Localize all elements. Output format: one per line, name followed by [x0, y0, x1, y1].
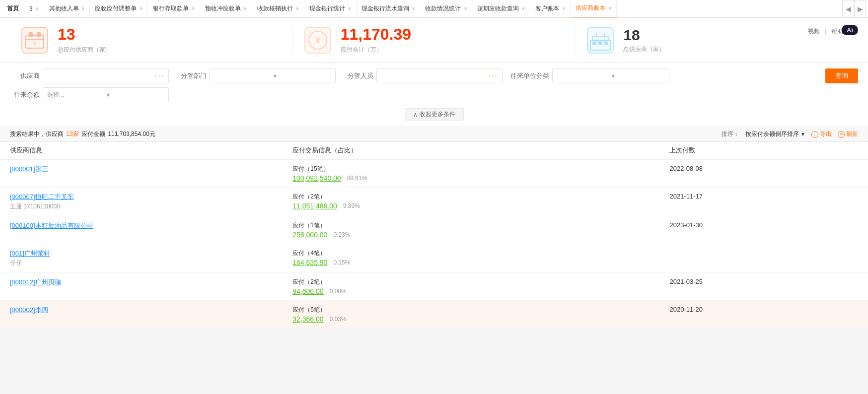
- export-icon: ↓: [811, 131, 818, 138]
- video-link[interactable]: 视频: [808, 27, 820, 36]
- nav-receipt-stats[interactable]: 收款情况统计 ×: [420, 0, 472, 18]
- table-row: [000002]李四 应付（5笔） 32,366.00 0.03% 2020-1…: [0, 301, 868, 328]
- supplier-cell-5: [000002]李四: [10, 306, 292, 315]
- unit-type-select[interactable]: ▼: [552, 68, 669, 83]
- close-icon[interactable]: ×: [36, 6, 39, 11]
- close-icon[interactable]: ×: [140, 6, 143, 11]
- export-button[interactable]: ↓ 导出: [811, 130, 832, 138]
- lastpay-cell-2: 2023-01-30: [669, 221, 858, 229]
- transaction-cell-2: 应付（1笔） 258,000.00 0.23%: [292, 221, 669, 239]
- txn-amount-3[interactable]: 164,635.90: [292, 259, 327, 266]
- result-bar: 搜索结果中，供应商 13家 应付金额 111,703,854.00元 排序： 按…: [0, 127, 868, 142]
- transaction-cell-1: 应付（2笔） 11,051,486.00 9.89%: [292, 193, 669, 210]
- filter-row-2: 往来余额 选择... ▼: [10, 87, 858, 102]
- nav-tab-3[interactable]: 3 ×: [24, 0, 44, 18]
- collapse-icon: ∧: [413, 111, 418, 118]
- supplier-link-3[interactable]: [001]广州荣轩: [10, 250, 50, 257]
- col-header-transaction: 应付交易信息（占比）: [292, 146, 669, 155]
- nav-next-arrow[interactable]: ▶: [854, 0, 866, 18]
- close-icon[interactable]: ×: [296, 6, 299, 11]
- refresh-button[interactable]: ↺ 刷新: [838, 130, 858, 138]
- svg-rect-13: [604, 42, 608, 45]
- txn-amount-5[interactable]: 32,366.00: [292, 315, 323, 323]
- nav-other-income[interactable]: 其他收入单 ×: [44, 0, 90, 18]
- card3-content: 18 总供应商（家）: [623, 27, 665, 54]
- transaction-cell-5: 应付（5笔） 32,366.00 0.03%: [292, 306, 669, 323]
- nav-home[interactable]: 首页: [2, 0, 24, 18]
- txn-amount-row-2: 258,000.00 0.23%: [292, 231, 669, 239]
- txn-pct-5: 0.03%: [330, 316, 347, 323]
- nav-customer-ledger[interactable]: 客户账本 ×: [530, 0, 571, 18]
- close-icon[interactable]: ×: [412, 6, 415, 11]
- table-row: [000001]张三 应付（15笔） 100,092,540.00 89.61%…: [0, 160, 868, 188]
- col-header-lastpay: 上次付数: [669, 146, 858, 155]
- query-button[interactable]: 查询: [825, 68, 858, 83]
- close-icon[interactable]: ×: [82, 6, 85, 11]
- chevron-down-icon: ▼: [273, 73, 331, 79]
- nav-ar-ap-adjustment[interactable]: 应收应付调整单 ×: [90, 0, 148, 18]
- supplier-dots-icon[interactable]: ···: [155, 71, 164, 80]
- supplier-input[interactable]: ···: [43, 68, 169, 83]
- card1-label: 总应付供应商（家）: [58, 46, 111, 54]
- close-icon[interactable]: ×: [562, 6, 565, 11]
- balance-select[interactable]: 选择... ▼: [43, 87, 169, 102]
- table-body: [000001]张三 应付（15笔） 100,092,540.00 89.61%…: [0, 160, 868, 328]
- last-pay-date-5: 2020-11-20: [669, 306, 703, 313]
- supplier-link-2[interactable]: [000100]本特勤油品有限公司: [10, 222, 93, 229]
- txn-label-3: 应付（4笔）: [292, 249, 669, 258]
- supplier-cell-0: [000001]张三: [10, 165, 292, 174]
- collapse-button[interactable]: ∧ 收起更多条件: [405, 108, 464, 121]
- card1-number: 13: [58, 26, 111, 43]
- lastpay-cell-1: 2021-11-17: [669, 193, 858, 200]
- nav-cash-bank-stats[interactable]: 现金银行统计 ×: [304, 0, 357, 18]
- table-row: [001]广州荣轩 仔仔 应付（4笔） 164,635.90 0.15%: [0, 244, 868, 273]
- summary-card-ap-total: ¥ 11,170.39 应付合计（万）: [293, 25, 576, 55]
- nav-prev-arrow[interactable]: ◀: [842, 0, 854, 18]
- svg-rect-2: [29, 32, 33, 37]
- nav-cash-flow[interactable]: 现金银行流水查询 ×: [357, 0, 421, 18]
- nav-supplier-ledger[interactable]: 供应商账本 ×: [571, 0, 617, 18]
- person-dots-icon[interactable]: ···: [489, 71, 498, 80]
- supplier-cell-4: [000012]广州贝瑞: [10, 278, 292, 287]
- supplier-link-4[interactable]: [000012]广州贝瑞: [10, 278, 61, 286]
- transaction-cell-4: 应付（2笔） 94,600.00 0.08%: [292, 278, 669, 295]
- close-icon[interactable]: ×: [464, 6, 467, 11]
- txn-amount-2[interactable]: 258,000.00: [292, 231, 327, 239]
- txn-amount-1[interactable]: 11,051,486.00: [292, 202, 337, 210]
- close-icon[interactable]: ×: [244, 6, 247, 11]
- person-input[interactable]: ···: [376, 68, 503, 83]
- lastpay-cell-0: 2022-08-08: [669, 165, 858, 172]
- supplier-sub-1: 王通 17106110000: [10, 202, 292, 211]
- last-pay-date-1: 2021-11-17: [669, 193, 703, 200]
- top-navigation: 首页 3 × 其他收入单 × 应收应付调整单 × 银行存取款单 × 预收冲应收单…: [0, 0, 868, 18]
- table-row: [000012]广州贝瑞 应付（2笔） 94,600.00 0.08% 2021…: [0, 273, 868, 301]
- nav-bank-deposit[interactable]: 银行存取款单 ×: [148, 0, 200, 18]
- nav-overdue-ar[interactable]: 超期应收款查询 ×: [472, 0, 530, 18]
- department-select[interactable]: ▼: [210, 68, 336, 83]
- sort-value[interactable]: 按应付余额倒序排序 ▼: [745, 130, 805, 138]
- txn-amount-4[interactable]: 94,600.00: [292, 287, 323, 295]
- txn-label-2: 应付（1笔）: [292, 221, 669, 230]
- supplier-sub-3: 仔仔: [10, 259, 292, 267]
- txn-pct-0: 89.61%: [347, 175, 367, 182]
- close-icon[interactable]: ×: [522, 6, 525, 11]
- total-suppliers-icon: [585, 25, 615, 55]
- supplier-link-5[interactable]: [000002]李四: [10, 306, 48, 314]
- txn-label-1: 应付（2笔）: [292, 193, 669, 201]
- filter-department: 分管部门 ▼: [177, 68, 336, 83]
- close-icon[interactable]: ×: [348, 6, 351, 11]
- summary-card-payable-suppliers: ¥ 13 总应付供应商（家）: [10, 25, 293, 55]
- transaction-cell-3: 应付（4笔） 164,635.90 0.15%: [292, 249, 669, 266]
- supplier-link-1[interactable]: [000007]恒旺二手叉车: [10, 193, 74, 200]
- balance-value: 选择...: [47, 91, 106, 99]
- svg-rect-12: [598, 42, 602, 45]
- nav-prepayment[interactable]: 预收冲应收单 ×: [200, 0, 252, 18]
- close-icon[interactable]: ×: [608, 5, 611, 11]
- supplier-link-0[interactable]: [000001]张三: [10, 165, 48, 173]
- nav-receipt-execution[interactable]: 收款核销执行 ×: [252, 0, 304, 18]
- txn-amount-0[interactable]: 100,092,540.00: [292, 174, 341, 182]
- supplier-table: 供应商信息 应付交易信息（占比） 上次付数 [000001]张三 应付（15笔）…: [0, 142, 868, 328]
- filter-supplier-label: 供应商: [10, 71, 40, 80]
- ai-badge[interactable]: Ai: [842, 25, 858, 35]
- close-icon[interactable]: ×: [192, 6, 195, 11]
